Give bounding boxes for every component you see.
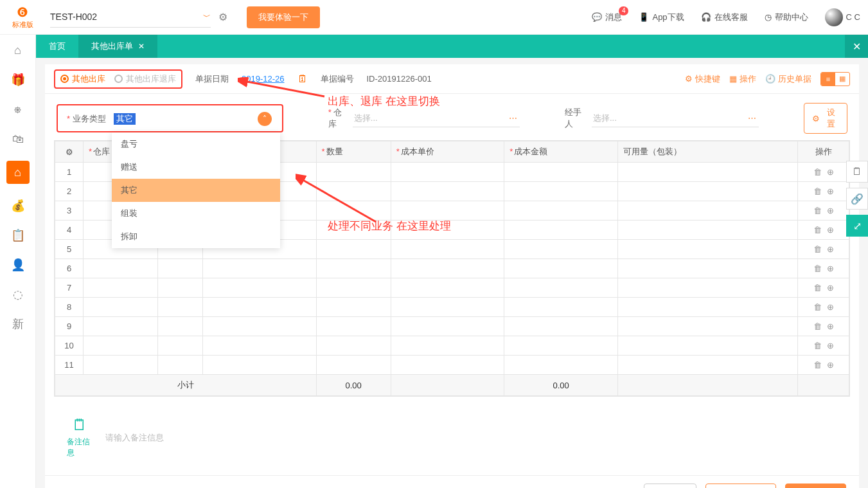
cell-amount[interactable] xyxy=(504,278,618,298)
cell-amount[interactable] xyxy=(504,163,618,182)
cell-avail[interactable] xyxy=(618,182,798,201)
tab-other-outbound[interactable]: 其他出库单 ✕ xyxy=(78,35,157,58)
cell-price[interactable] xyxy=(391,240,504,259)
add-icon[interactable]: ⊕ xyxy=(827,186,834,196)
cell-avail[interactable] xyxy=(618,317,798,336)
cell-avail[interactable] xyxy=(618,240,798,259)
cell-code[interactable] xyxy=(158,259,203,278)
cell-avail[interactable] xyxy=(618,163,798,182)
online-support[interactable]: 🎧 在线客服 xyxy=(701,12,748,23)
cell-amount[interactable] xyxy=(504,317,618,336)
gear-icon[interactable]: ⚙ xyxy=(218,11,227,23)
table-row[interactable]: 7🗑⊕ xyxy=(55,278,849,298)
brand[interactable]: ❻ 标准版 xyxy=(8,5,37,30)
cell-price[interactable] xyxy=(391,221,504,240)
add-icon[interactable]: ⊕ xyxy=(827,283,834,293)
nav-bag-icon[interactable]: 🛍 xyxy=(10,131,26,147)
calendar-icon[interactable]: 🗓 xyxy=(297,73,308,85)
nav-clipboard-icon[interactable]: 📋 xyxy=(10,228,26,243)
cell-unit[interactable] xyxy=(202,278,316,298)
cell-warehouse[interactable] xyxy=(84,317,158,336)
cell-qty[interactable] xyxy=(316,221,391,240)
operator-select[interactable]: 选择... ⋯ xyxy=(592,110,759,127)
cell-unit[interactable] xyxy=(202,259,316,278)
nav-gift-icon[interactable]: 🎁 xyxy=(10,72,26,87)
cell-price[interactable] xyxy=(391,356,504,375)
add-icon[interactable]: ⊕ xyxy=(827,321,834,331)
cell-code[interactable] xyxy=(158,356,203,375)
hotkeys-button[interactable]: ⚙快捷键 xyxy=(685,73,720,85)
more-icon[interactable]: ⋯ xyxy=(748,113,757,123)
tab-home[interactable]: 首页 xyxy=(36,35,78,58)
operator-field[interactable]: 经手人 选择... ⋯ xyxy=(565,107,759,130)
cell-unit[interactable] xyxy=(202,336,316,356)
cell-amount[interactable] xyxy=(504,336,618,356)
add-icon[interactable]: ⊕ xyxy=(827,244,834,254)
cell-price[interactable] xyxy=(391,201,504,221)
cell-qty[interactable] xyxy=(316,298,391,317)
cell-amount[interactable] xyxy=(504,221,618,240)
cell-code[interactable] xyxy=(158,298,203,317)
cell-warehouse[interactable] xyxy=(84,336,158,356)
delete-icon[interactable]: 🗑 xyxy=(813,341,822,350)
cell-warehouse[interactable] xyxy=(84,259,158,278)
cell-unit[interactable] xyxy=(202,356,316,375)
cell-price[interactable] xyxy=(391,336,504,356)
option-zuzhuang[interactable]: 组装 xyxy=(112,202,280,225)
option-zengson[interactable]: 赠送 xyxy=(112,156,280,179)
delete-icon[interactable]: 🗑 xyxy=(813,264,822,273)
add-icon[interactable]: ⊕ xyxy=(827,360,834,370)
add-icon[interactable]: ⊕ xyxy=(827,341,834,350)
cell-code[interactable] xyxy=(158,317,203,336)
cell-price[interactable] xyxy=(391,278,504,298)
cell-amount[interactable] xyxy=(504,259,618,278)
org-select[interactable]: TEST-H002 ﹀ xyxy=(50,7,211,28)
cell-avail[interactable] xyxy=(618,298,798,317)
cell-price[interactable] xyxy=(391,163,504,182)
cell-qty[interactable] xyxy=(316,163,391,182)
close-all-tabs[interactable]: ✕ xyxy=(845,35,868,58)
rail-link-icon[interactable]: 🔗 xyxy=(846,188,868,210)
cell-qty[interactable] xyxy=(316,182,391,201)
nav-home-icon[interactable]: ⌂ xyxy=(10,42,26,58)
delete-icon[interactable]: 🗑 xyxy=(813,206,822,215)
ops-button[interactable]: ▦操作 xyxy=(729,73,756,85)
settings-button[interactable]: ⚙ 设置 xyxy=(804,103,847,134)
rail-note-icon[interactable]: 🗒 xyxy=(846,161,868,183)
cell-qty[interactable] xyxy=(316,278,391,298)
table-row[interactable]: 8🗑⊕ xyxy=(55,298,849,317)
nav-warehouse-icon[interactable]: ⌂ xyxy=(6,161,30,184)
cell-amount[interactable] xyxy=(504,240,618,259)
messages-button[interactable]: 💬 消息 4 xyxy=(592,12,622,23)
nav-contact-icon[interactable]: 👤 xyxy=(10,257,26,273)
cell-avail[interactable] xyxy=(618,201,798,221)
table-row[interactable]: 10🗑⊕ xyxy=(55,336,849,356)
cell-price[interactable] xyxy=(391,259,504,278)
nav-new-icon[interactable]: 新 xyxy=(10,316,26,332)
help-center[interactable]: ◷ 帮助中心 xyxy=(765,12,808,23)
business-type-field[interactable]: 业务类型 其它 ˄ 盘亏 赠送 其它 组装 拆卸 xyxy=(57,104,283,132)
more-icon[interactable]: ⋯ xyxy=(509,113,518,123)
history-button[interactable]: 🕘历史单据 xyxy=(765,73,811,85)
cell-warehouse[interactable] xyxy=(84,278,158,298)
option-qita[interactable]: 其它 xyxy=(112,179,280,202)
cell-qty[interactable] xyxy=(316,240,391,259)
rail-expand-icon[interactable]: ⤢ xyxy=(846,215,868,237)
cell-unit[interactable] xyxy=(202,317,316,336)
cell-qty[interactable] xyxy=(316,201,391,221)
cell-amount[interactable] xyxy=(504,356,618,375)
radio-outbound[interactable]: 其他出库 xyxy=(60,73,105,85)
cell-qty[interactable] xyxy=(316,336,391,356)
cell-price[interactable] xyxy=(391,317,504,336)
table-row[interactable]: 9🗑⊕ xyxy=(55,317,849,336)
list-view-icon[interactable]: ≡ xyxy=(821,73,835,86)
add-icon[interactable]: ⊕ xyxy=(827,264,834,273)
cell-code[interactable] xyxy=(158,278,203,298)
close-icon[interactable]: ✕ xyxy=(138,42,145,51)
app-download[interactable]: 📱 App下载 xyxy=(639,12,684,23)
delete-icon[interactable]: 🗑 xyxy=(813,225,822,235)
chevron-up-icon[interactable]: ˄ xyxy=(258,112,272,126)
col-gear[interactable]: ⚙ xyxy=(55,141,84,163)
nav-ring-icon[interactable]: ◌ xyxy=(10,287,26,302)
delete-icon[interactable]: 🗑 xyxy=(813,321,822,331)
